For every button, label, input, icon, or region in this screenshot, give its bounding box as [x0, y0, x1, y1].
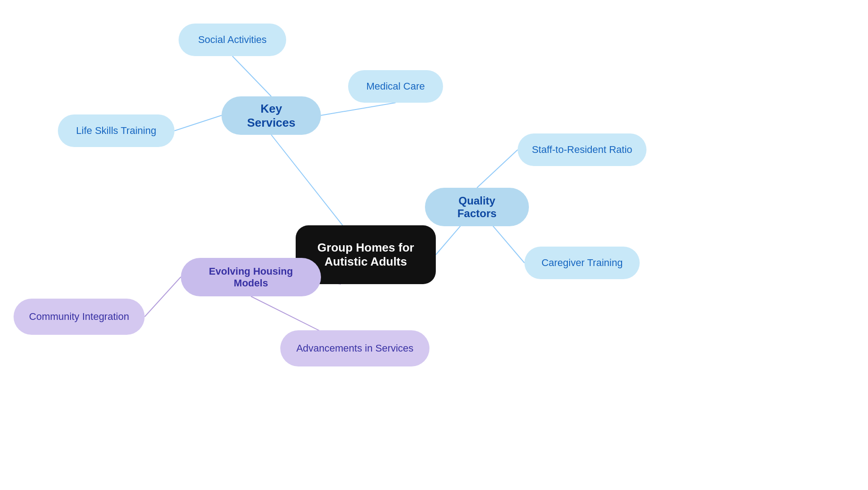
svg-line-3	[321, 103, 396, 115]
community-integration-node: Community Integration	[14, 299, 145, 335]
advancements-label: Advancements in Services	[296, 343, 413, 354]
svg-line-8	[145, 277, 181, 317]
staff-ratio-label: Staff-to-Resident Ratio	[532, 144, 632, 156]
social-activities-label: Social Activities	[198, 34, 267, 46]
svg-line-5	[477, 150, 518, 188]
life-skills-training-node: Life Skills Training	[58, 114, 175, 147]
social-activities-node: Social Activities	[179, 24, 286, 56]
key-services-label: Key Services	[235, 102, 307, 130]
medical-care-label: Medical Care	[366, 81, 425, 92]
quality-factors-node: Quality Factors	[425, 188, 529, 226]
svg-line-2	[175, 115, 222, 131]
community-integration-label: Community Integration	[29, 311, 129, 323]
center-node-label: Group Homes for Autistic Adults	[309, 241, 422, 269]
quality-factors-label: Quality Factors	[439, 195, 515, 220]
caregiver-training-label: Caregiver Training	[542, 257, 623, 269]
advancements-node: Advancements in Services	[280, 330, 429, 366]
life-skills-training-label: Life Skills Training	[76, 125, 156, 137]
staff-ratio-node: Staff-to-Resident Ratio	[518, 133, 646, 166]
evolving-housing-label: Evolving Housing Models	[194, 266, 307, 289]
medical-care-node: Medical Care	[348, 70, 443, 103]
key-services-node: Key Services	[222, 96, 321, 135]
caregiver-training-node: Caregiver Training	[524, 247, 640, 279]
evolving-housing-node: Evolving Housing Models	[181, 258, 321, 296]
svg-line-1	[232, 56, 271, 96]
